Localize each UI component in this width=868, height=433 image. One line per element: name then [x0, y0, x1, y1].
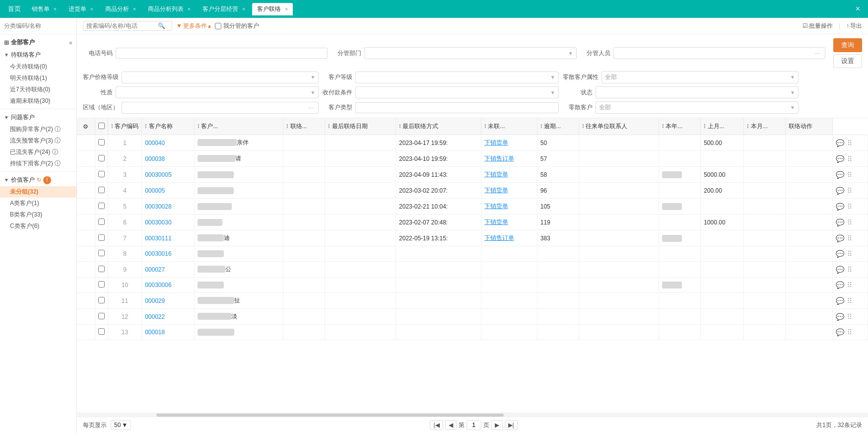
row-checkbox[interactable]: [98, 266, 105, 272]
chat-icon[interactable]: 💬: [836, 171, 844, 179]
refresh-icon[interactable]: ↻: [37, 177, 41, 183]
row-checkbox[interactable]: [98, 155, 105, 161]
query-button[interactable]: 查询: [833, 38, 862, 52]
filter-payment-select[interactable]: ▼: [355, 86, 558, 98]
my-customers-check-input[interactable]: [215, 23, 221, 29]
filter-manager-dots[interactable]: ···: [813, 50, 822, 57]
filter-retail-customer-select[interactable]: 全部 ▼: [596, 101, 799, 114]
chat-icon[interactable]: 💬: [836, 234, 844, 242]
row-last-contact-method[interactable]: [481, 309, 537, 325]
row-last-contact-method[interactable]: 下销货单: [481, 167, 537, 183]
contact-method-link[interactable]: 下销货单: [484, 139, 508, 146]
row-code[interactable]: 000018: [142, 325, 195, 340]
first-page-button[interactable]: |◀: [430, 420, 443, 430]
chat-icon[interactable]: 💬: [836, 328, 844, 336]
row-checkbox[interactable]: [98, 313, 105, 319]
chat-icon[interactable]: 💬: [836, 266, 844, 274]
sidebar-item-declining[interactable]: 持续下滑客户(2) ⓘ: [0, 158, 76, 169]
close-tab-customer-contact-icon[interactable]: ×: [285, 6, 288, 12]
sidebar-item-today-pending[interactable]: 今天待联络(0): [0, 61, 76, 72]
sidebar-item-tomorrow-pending[interactable]: 明天待联络(1): [0, 72, 76, 84]
sidebar-item-week-pending[interactable]: 近7天待联络(0): [0, 84, 76, 95]
row-checkbox[interactable]: [98, 139, 105, 145]
row-checkbox-cell[interactable]: [95, 215, 108, 230]
row-checkbox[interactable]: [98, 250, 105, 256]
row-last-contact-method[interactable]: 下销货单: [481, 215, 537, 230]
row-code[interactable]: 000005: [142, 183, 195, 199]
row-checkbox-cell[interactable]: [95, 309, 108, 325]
row-code[interactable]: 00030016: [142, 246, 195, 262]
row-last-contact-method[interactable]: 下销货单: [481, 135, 537, 151]
row-last-contact-method[interactable]: [481, 293, 537, 309]
close-tab-analysis-icon[interactable]: ×: [133, 6, 136, 12]
row-checkbox[interactable]: [98, 187, 105, 193]
chat-icon[interactable]: 💬: [836, 155, 844, 163]
chat-icon[interactable]: 💬: [836, 187, 844, 195]
row-checkbox-cell[interactable]: [95, 151, 108, 167]
sidebar-item-ungrouped[interactable]: 未分组(32): [0, 186, 76, 198]
nav-home[interactable]: 首页: [4, 2, 25, 15]
more-icon[interactable]: ⠿: [847, 171, 852, 179]
nav-tab-analysis[interactable]: 商品分析 ×: [100, 3, 141, 15]
row-checkbox[interactable]: [98, 203, 105, 209]
row-checkbox-cell[interactable]: [95, 293, 108, 309]
filter-status-select[interactable]: ▼: [596, 86, 799, 98]
sidebar-item-class-c[interactable]: C类客户(6): [0, 220, 76, 232]
search-input[interactable]: [86, 22, 156, 29]
row-checkbox-cell[interactable]: [95, 135, 108, 151]
nav-tab-purchase[interactable]: 进货单 ×: [64, 3, 98, 15]
filter-more-conditions[interactable]: ▼ 更多条件 ▴: [176, 22, 211, 30]
chat-icon[interactable]: 💬: [836, 139, 844, 147]
contact-method-link[interactable]: 下销售订单: [484, 155, 514, 162]
search-icon[interactable]: 🔍: [158, 22, 165, 29]
scrollbar-thumb[interactable]: [156, 414, 504, 417]
nav-tab-analysis-list[interactable]: 商品分析列表 ×: [143, 3, 196, 15]
more-icon[interactable]: ⠿: [847, 266, 852, 274]
contact-method-link[interactable]: 下销货单: [484, 203, 508, 210]
row-last-contact-method[interactable]: [481, 246, 537, 262]
row-code[interactable]: 00030028: [142, 199, 195, 215]
row-checkbox-cell[interactable]: [95, 183, 108, 199]
row-code[interactable]: 000040: [142, 135, 195, 151]
chat-icon[interactable]: 💬: [836, 297, 844, 305]
filter-customer-tier-select[interactable]: ▼: [355, 72, 558, 83]
row-checkbox[interactable]: [98, 281, 105, 288]
collapse-sidebar-icon[interactable]: «: [69, 39, 72, 46]
row-checkbox-cell[interactable]: [95, 262, 108, 278]
row-code[interactable]: 000029: [142, 293, 195, 309]
last-page-button[interactable]: ▶|: [505, 420, 518, 430]
row-code[interactable]: 00030030: [142, 215, 195, 230]
more-icon[interactable]: ⠿: [847, 328, 852, 336]
more-icon[interactable]: ⠿: [847, 313, 852, 321]
nav-tab-sales[interactable]: 销售单 ×: [27, 3, 62, 15]
close-tab-sales-icon[interactable]: ×: [54, 6, 57, 12]
row-checkbox-cell[interactable]: [95, 278, 108, 293]
filter-region-dots[interactable]: ···: [306, 104, 315, 111]
more-icon[interactable]: ⠿: [847, 155, 852, 163]
window-close-button[interactable]: ×: [852, 2, 864, 15]
more-icon[interactable]: ⠿: [847, 250, 852, 258]
filter-retail-attr-select[interactable]: 全部 ▼: [601, 71, 799, 83]
row-last-contact-method[interactable]: [481, 262, 537, 278]
export-button[interactable]: ↑ 导出: [846, 22, 862, 30]
row-checkbox[interactable]: [98, 297, 105, 303]
sidebar-item-churned[interactable]: 已流失客户(24) ⓘ: [0, 146, 76, 158]
chat-icon[interactable]: 💬: [836, 218, 844, 226]
all-customers-header[interactable]: ⊞ 全部客户 «: [0, 34, 76, 49]
filter-price-tier-select[interactable]: ▼: [122, 72, 319, 83]
row-checkbox[interactable]: [98, 171, 105, 177]
sidebar-item-churn-warning[interactable]: 流失预警客户(3) ⓘ: [0, 135, 76, 146]
close-tab-purchase-icon[interactable]: ×: [90, 6, 93, 12]
more-icon[interactable]: ⠿: [847, 203, 852, 211]
row-checkbox-cell[interactable]: [95, 167, 108, 183]
page-number-input[interactable]: [467, 420, 481, 430]
row-code[interactable]: 00030111: [142, 230, 195, 246]
filter-customer-type-input[interactable]: [355, 102, 558, 113]
row-code[interactable]: 000027: [142, 262, 195, 278]
chat-icon[interactable]: 💬: [836, 203, 844, 211]
chat-icon[interactable]: 💬: [836, 281, 844, 289]
row-last-contact-method[interactable]: 下销售订单: [481, 230, 537, 246]
close-tab-analysis-list-icon[interactable]: ×: [188, 6, 191, 12]
sidebar-group-pending[interactable]: ▼ 待联络客户: [0, 49, 76, 61]
reset-button[interactable]: 设置: [833, 54, 862, 68]
